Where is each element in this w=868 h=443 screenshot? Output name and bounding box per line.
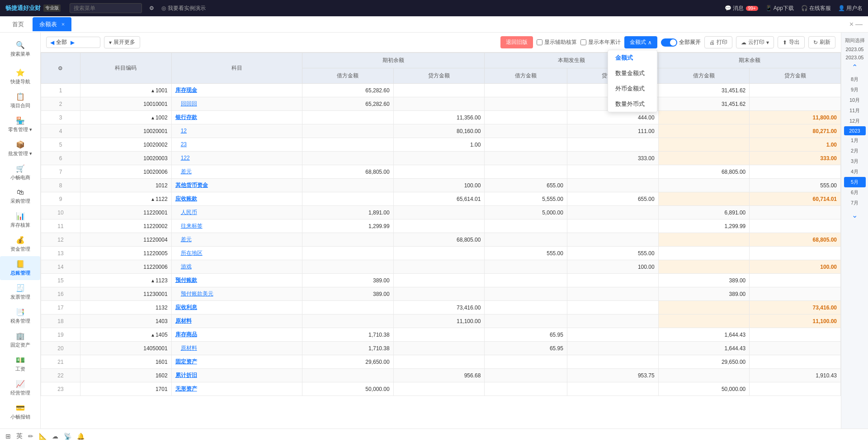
- format-dropdown-btn[interactable]: 金额式 ∧: [624, 36, 657, 48]
- sidebar-item-purchase[interactable]: 🛍 采购管理: [0, 185, 40, 208]
- month-item-1月[interactable]: 1月: [844, 135, 866, 146]
- table-row-name[interactable]: 所在地区: [171, 247, 302, 260]
- sidebar-item-search[interactable]: 🔍 搜索菜单: [0, 37, 40, 61]
- format-option-qty-amount[interactable]: 数量金额式: [608, 66, 657, 81]
- month-item-8月[interactable]: 8月: [844, 74, 866, 85]
- cloud-bottom-icon[interactable]: ☁: [52, 433, 58, 440]
- sidebar-item-operation[interactable]: 📈 经营管理: [0, 376, 40, 400]
- month-item-9月[interactable]: 9月: [844, 85, 866, 95]
- format-option-qty-foreign[interactable]: 数量外币式: [608, 96, 657, 112]
- month-item-2月[interactable]: 2月: [844, 146, 866, 156]
- table-row-name[interactable]: 人民币: [171, 206, 302, 219]
- tab-home[interactable]: 首页: [5, 17, 31, 31]
- tab-balance[interactable]: 余额表 ×: [33, 17, 71, 31]
- table-row-name[interactable]: 差元: [171, 165, 302, 179]
- table-row-name[interactable]: 库存现金: [171, 84, 302, 97]
- return-old-version-btn[interactable]: 退回旧版: [500, 36, 533, 48]
- print-btn[interactable]: 🖨 打印: [704, 36, 732, 48]
- online-service-btn[interactable]: 🎧 在线客服: [801, 5, 831, 12]
- table-row-name[interactable]: 应收利息: [171, 301, 302, 314]
- sidebar-item-wholesale[interactable]: 📦 批发管理 ▾: [0, 137, 40, 161]
- month-item-12月[interactable]: 12月: [844, 116, 866, 126]
- filter-box[interactable]: ◀ 全部 ▶: [46, 37, 100, 48]
- expand-more-btn[interactable]: ▾ 展开更多: [104, 36, 140, 48]
- cloud-print-btn[interactable]: ☁ 云打印 ▾: [736, 36, 774, 48]
- show-ytd-checkbox[interactable]: 显示本年累计: [580, 38, 621, 46]
- sidebar-item-assets[interactable]: 🏢 固定资产: [0, 328, 40, 352]
- panel-down-arrow[interactable]: ⌄: [852, 211, 858, 219]
- bell-bottom-icon[interactable]: 🔔: [77, 433, 85, 440]
- table-row-name[interactable]: 23: [171, 138, 302, 152]
- format-option-amount[interactable]: 金额式: [608, 50, 657, 66]
- sidebar-item-invoice[interactable]: 🧾 发票管理: [0, 280, 40, 304]
- format-option-foreign[interactable]: 外币金额式: [608, 81, 657, 96]
- gear-icon[interactable]: ⚙: [149, 5, 154, 11]
- table-row-name[interactable]: 回回回: [171, 97, 302, 111]
- table-row-name[interactable]: 122: [171, 152, 302, 165]
- table-row-credit-curr: [567, 382, 658, 396]
- table-row-name[interactable]: 累计折旧: [171, 369, 302, 382]
- table-row: 9 ▴ 1122 应收账款 65,614.01 5,555.00 655.00 …: [41, 192, 841, 206]
- table-row-debit-close: 1,644.43: [658, 328, 750, 342]
- app-download-btn[interactable]: 📱 App下载: [765, 5, 794, 12]
- table-row-name[interactable]: 游戏: [171, 260, 302, 274]
- month-item-10月[interactable]: 10月: [844, 95, 866, 105]
- table-row-name[interactable]: 原材料: [171, 342, 302, 355]
- tab-close-icon[interactable]: ×: [61, 21, 65, 28]
- table-row-name[interactable]: 12: [171, 124, 302, 138]
- month-item-6月[interactable]: 6月: [844, 187, 866, 198]
- window-min-btn[interactable]: —: [855, 20, 863, 29]
- sidebar-item-quick-nav[interactable]: ⭐ 快捷导航: [0, 65, 40, 89]
- user-avatar[interactable]: 👤 用户名: [838, 5, 863, 12]
- sidebar-item-inventory[interactable]: 📊 库存核算: [0, 208, 40, 232]
- lang-icon[interactable]: 英: [16, 432, 23, 440]
- panel-up-arrow[interactable]: ⌃: [852, 63, 858, 71]
- table-row-name[interactable]: 预付账款美元: [171, 287, 302, 301]
- table-row-name[interactable]: 库存商品: [171, 328, 302, 342]
- table-row-name[interactable]: 往来标签: [171, 219, 302, 233]
- filter-forward-icon[interactable]: ▶: [71, 39, 75, 46]
- table-row-index: 1: [41, 84, 80, 97]
- table-row-name[interactable]: 原材料: [171, 314, 302, 328]
- table-row-name[interactable]: 银行存款: [171, 111, 302, 124]
- sidebar-item-ecommerce[interactable]: 🛒 小畅电商: [0, 161, 40, 185]
- export-btn[interactable]: ⬆ 导出: [778, 36, 805, 48]
- grid-icon[interactable]: ⊞: [5, 433, 11, 440]
- table-row-name[interactable]: 应收账款: [171, 192, 302, 206]
- box-icon: 📦: [16, 140, 25, 149]
- sidebar-item-ledger[interactable]: 📒 总账管理: [0, 256, 40, 280]
- table-row-name[interactable]: 预付账款: [171, 274, 302, 287]
- month-item-5月[interactable]: 5月: [844, 177, 866, 187]
- th-settings[interactable]: ⚙: [41, 53, 80, 84]
- top-search-input[interactable]: [70, 3, 142, 13]
- ytd-check[interactable]: [580, 39, 586, 45]
- auxiliary-check[interactable]: [537, 39, 542, 45]
- table-row-name[interactable]: 固定资产: [171, 355, 302, 369]
- toggle-control[interactable]: [661, 38, 677, 47]
- sidebar-item-sales[interactable]: 💳 小畅报销: [0, 400, 40, 424]
- sidebar-item-retail[interactable]: 🏪 零售管理 ▾: [0, 113, 40, 137]
- table-row-name[interactable]: 差元: [171, 233, 302, 247]
- month-item-4月[interactable]: 4月: [844, 167, 866, 177]
- signal-icon[interactable]: 📡: [64, 433, 71, 440]
- month-item-2023[interactable]: 2023: [844, 126, 866, 135]
- ruler-icon[interactable]: 📐: [39, 433, 47, 440]
- table-row-name[interactable]: 其他货币资金: [171, 179, 302, 192]
- window-close-btn[interactable]: ×: [849, 20, 854, 29]
- month-item-11月[interactable]: 11月: [844, 105, 866, 116]
- demo-link[interactable]: ◎ 我要看实例演示: [161, 5, 206, 12]
- show-auxiliary-checkbox[interactable]: 显示辅助核算: [537, 38, 577, 46]
- table-row-name[interactable]: 无形资产: [171, 382, 302, 396]
- sidebar-item-project[interactable]: 📋 项目合同: [0, 89, 40, 113]
- table-row-credit-curr: [567, 206, 658, 219]
- expand-all-toggle[interactable]: 全部展开: [661, 38, 701, 47]
- edit-icon[interactable]: ✏: [28, 433, 33, 440]
- refresh-btn[interactable]: ↻ 刷新: [808, 36, 835, 48]
- notification-btn[interactable]: 💬 消息 99+: [725, 5, 758, 12]
- sidebar-item-tax[interactable]: 📑 税务管理: [0, 304, 40, 328]
- month-item-3月[interactable]: 3月: [844, 156, 866, 167]
- sidebar-item-salary[interactable]: 💵 工资: [0, 352, 40, 376]
- month-item-7月[interactable]: 7月: [844, 198, 866, 208]
- sidebar-item-capital[interactable]: 💰 资金管理: [0, 232, 40, 256]
- table-row-code: 11220006: [80, 260, 171, 274]
